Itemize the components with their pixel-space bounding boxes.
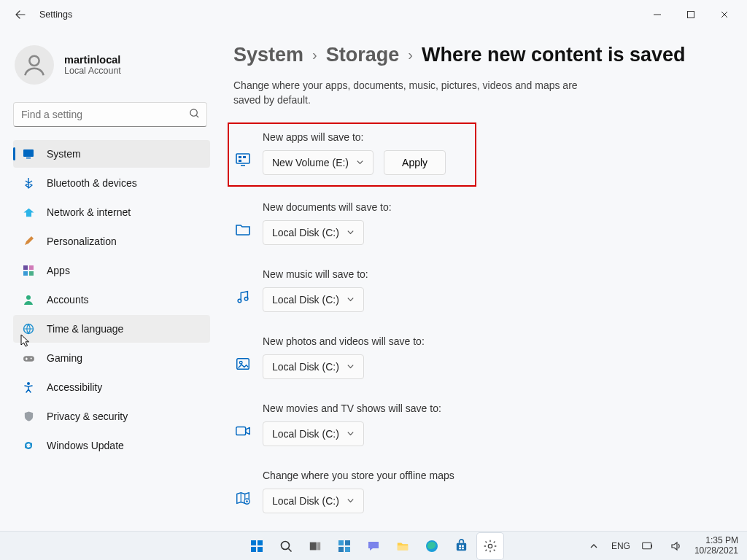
svg-rect-4 [26, 158, 31, 159]
crumb-storage[interactable]: Storage [326, 44, 400, 66]
svg-rect-33 [338, 547, 344, 552]
minimize-button[interactable] [640, 3, 674, 26]
svg-rect-16 [243, 156, 246, 158]
apply-button[interactable]: Apply [384, 150, 446, 175]
start-button[interactable] [244, 533, 270, 559]
tray-overflow-button[interactable] [581, 533, 607, 559]
avatar [15, 45, 54, 85]
crumb-system[interactable]: System [233, 44, 303, 66]
svg-rect-37 [456, 543, 465, 551]
nav-accounts[interactable]: Accounts [13, 286, 210, 314]
nav-network[interactable]: Network & internet [13, 198, 210, 226]
svg-rect-11 [23, 356, 34, 361]
widgets-button[interactable] [331, 533, 357, 559]
file-explorer-button[interactable] [390, 533, 416, 559]
svg-point-28 [282, 541, 290, 549]
svg-point-1 [29, 56, 39, 66]
svg-rect-43 [643, 542, 651, 549]
maximize-button[interactable] [674, 3, 708, 26]
search-button[interactable] [273, 533, 299, 559]
chevron-down-icon [347, 228, 355, 236]
chevron-down-icon [347, 295, 355, 303]
svg-rect-14 [236, 154, 249, 163]
nav-bluetooth[interactable]: Bluetooth & devices [13, 169, 210, 197]
svg-point-12 [30, 357, 31, 359]
setting-new-movies: New movies and TV shows will save to: Lo… [233, 395, 718, 462]
window-controls [640, 3, 741, 26]
store-button[interactable] [448, 533, 474, 559]
language-indicator[interactable]: ENG [608, 541, 633, 551]
chevron-down-icon [347, 362, 355, 370]
svg-rect-32 [345, 540, 350, 545]
account-header[interactable]: martinlocal Local Account [13, 38, 210, 99]
edge-button[interactable] [419, 533, 445, 559]
nav-personalization[interactable]: Personalization [13, 228, 210, 255]
person-icon [20, 51, 48, 79]
chat-button[interactable] [360, 533, 387, 559]
svg-rect-5 [23, 265, 28, 270]
video-icon [233, 421, 252, 440]
account-name: martinlocal [64, 54, 121, 66]
shield-icon [22, 411, 35, 422]
svg-rect-27 [258, 547, 263, 552]
search-icon [189, 108, 200, 121]
setting-new-documents: New documents will save to: Local Disk (… [233, 194, 718, 261]
globe-icon [22, 323, 35, 335]
nav-windows-update[interactable]: Windows Update [13, 432, 210, 459]
setting-offline-maps: Change where you store your offline maps… [233, 462, 718, 529]
search-box[interactable] [13, 102, 207, 127]
close-button[interactable] [708, 3, 741, 26]
clock[interactable]: 1:35 PM 10/28/2021 [690, 536, 741, 556]
svg-point-2 [190, 109, 197, 116]
nav-gaming[interactable]: Gaming [13, 344, 210, 372]
music-icon [233, 287, 252, 306]
nav-apps[interactable]: Apps [13, 257, 210, 284]
svg-point-13 [27, 382, 30, 385]
settings-button[interactable] [477, 533, 503, 559]
search-input[interactable] [13, 102, 207, 127]
main-content: System › Storage › Where new content is … [219, 29, 747, 531]
svg-rect-7 [23, 271, 28, 276]
svg-rect-25 [258, 540, 263, 545]
page-description: Change where your apps, documents, music… [233, 78, 584, 108]
wifi-icon [22, 206, 35, 219]
svg-rect-15 [239, 156, 241, 158]
titlebar: Settings [0, 0, 747, 29]
drive-dropdown[interactable]: Local Disk (C:) [263, 354, 364, 379]
drive-dropdown[interactable]: New Volume (E:) [263, 150, 374, 175]
tray-date: 10/28/2021 [694, 546, 738, 556]
tray-time: 1:35 PM [694, 536, 738, 546]
svg-rect-40 [459, 548, 461, 549]
account-type: Local Account [64, 66, 121, 76]
back-arrow-icon [15, 9, 26, 20]
setting-label: New music will save to: [263, 268, 718, 280]
drive-dropdown[interactable]: Local Disk (C:) [263, 421, 364, 446]
setting-new-apps: New apps will save to: New Volume (E:) A… [228, 122, 476, 187]
svg-rect-22 [236, 427, 246, 435]
back-button[interactable] [9, 3, 32, 26]
setting-label: New photos and videos will save to: [263, 335, 718, 347]
volume-tray-icon[interactable] [662, 533, 689, 559]
svg-rect-6 [29, 265, 34, 270]
nav-accessibility[interactable]: Accessibility [13, 373, 210, 401]
nav-list: System Bluetooth & devices Network & int… [13, 140, 210, 459]
drive-dropdown[interactable]: Local Disk (C:) [263, 287, 364, 312]
nav-privacy[interactable]: Privacy & security [13, 402, 210, 430]
nav-system[interactable]: System [13, 140, 210, 168]
nav-time-language[interactable]: Time & language [13, 315, 210, 343]
svg-point-42 [488, 544, 492, 548]
folder-icon [233, 220, 252, 239]
setting-new-photos: New photos and videos will save to: Loca… [233, 328, 718, 395]
svg-rect-41 [461, 548, 463, 549]
page-title: Where new content is saved [422, 44, 686, 66]
image-icon [233, 354, 252, 373]
chevron-down-icon [356, 158, 364, 166]
person-icon [22, 294, 35, 306]
bluetooth-icon [22, 177, 35, 189]
svg-rect-17 [239, 160, 241, 162]
task-view-button[interactable] [302, 533, 328, 559]
network-tray-icon[interactable] [635, 533, 661, 559]
drive-dropdown[interactable]: Local Disk (C:) [263, 220, 364, 245]
drive-dropdown[interactable]: Local Disk (C:) [263, 489, 364, 513]
chevron-right-icon: › [312, 47, 317, 63]
